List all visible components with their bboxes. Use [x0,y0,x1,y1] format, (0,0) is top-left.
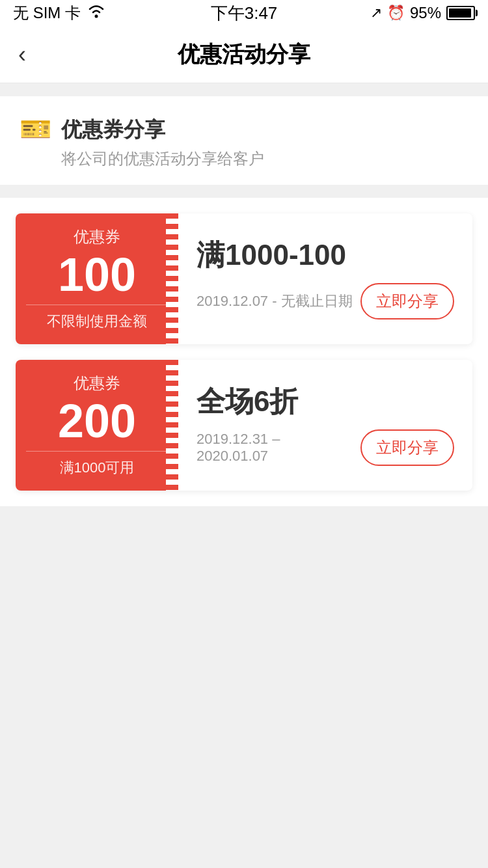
coupon-card-1: 优惠券 200 满1000可用 全场6折 2019.12.31 – 2020.0… [16,360,472,491]
coupon-name-0: 满1000-100 [197,238,454,273]
section-text: 优惠券分享 将公司的优惠活动分享给客户 [61,116,264,169]
status-right: ↗ ⏰ 95% [370,4,475,22]
svg-point-0 [95,15,98,18]
status-bar: 无 SIM 卡 下午3:47 ↗ ⏰ 95% [0,0,488,26]
coupon-meta-1: 2019.12.31 – 2020.01.07 立即分享 [197,429,454,466]
location-icon: ↗ [370,5,382,21]
coupon-name-1: 全场6折 [197,385,454,419]
battery-icon [446,6,475,20]
coupon-condition-1: 满1000可用 [26,451,168,478]
bottom-area [0,506,488,832]
coupon-card-0: 优惠券 100 不限制使用金额 满1000-100 2019.12.07 - 无… [16,213,472,344]
coupon-dates-1: 2019.12.31 – 2020.01.07 [197,431,353,465]
status-left: 无 SIM 卡 [13,3,105,23]
coupon-dates-0: 2019.12.07 - 无截止日期 [197,292,353,311]
coupon-left-0: 优惠券 100 不限制使用金额 [16,213,178,344]
coupon-right-0: 满1000-100 2019.12.07 - 无截止日期 立即分享 [178,213,472,344]
section-subtitle: 将公司的优惠活动分享给客户 [61,148,264,169]
share-button-1[interactable]: 立即分享 [360,429,454,466]
battery-percent: 95% [410,4,441,22]
coupon-label-0: 优惠券 [74,226,120,247]
carrier-text: 无 SIM 卡 [13,3,81,23]
share-button-0[interactable]: 立即分享 [360,283,454,319]
back-button[interactable]: ‹ [18,41,26,68]
coupon-left-1: 优惠券 200 满1000可用 [16,360,178,491]
alarm-icon: ⏰ [387,5,405,21]
coupon-amount-1: 200 [58,398,136,444]
coupon-condition-0: 不限制使用金额 [26,305,168,331]
coupon-label-1: 优惠券 [74,373,120,394]
status-time: 下午3:47 [211,2,278,25]
wifi-icon [87,4,105,22]
nav-bar: ‹ 优惠活动分享 [0,26,488,83]
section-header: 🎫 优惠券分享 将公司的优惠活动分享给客户 [0,96,488,185]
coupon-amount-0: 100 [58,251,136,298]
page-title: 优惠活动分享 [178,40,310,70]
section-title: 优惠券分享 [61,116,264,144]
coupon-meta-0: 2019.12.07 - 无截止日期 立即分享 [197,283,454,319]
coupons-container: 优惠券 100 不限制使用金额 满1000-100 2019.12.07 - 无… [0,198,488,506]
coupon-section-icon: 🎫 [20,116,51,147]
coupon-right-1: 全场6折 2019.12.31 – 2020.01.07 立即分享 [178,360,472,491]
